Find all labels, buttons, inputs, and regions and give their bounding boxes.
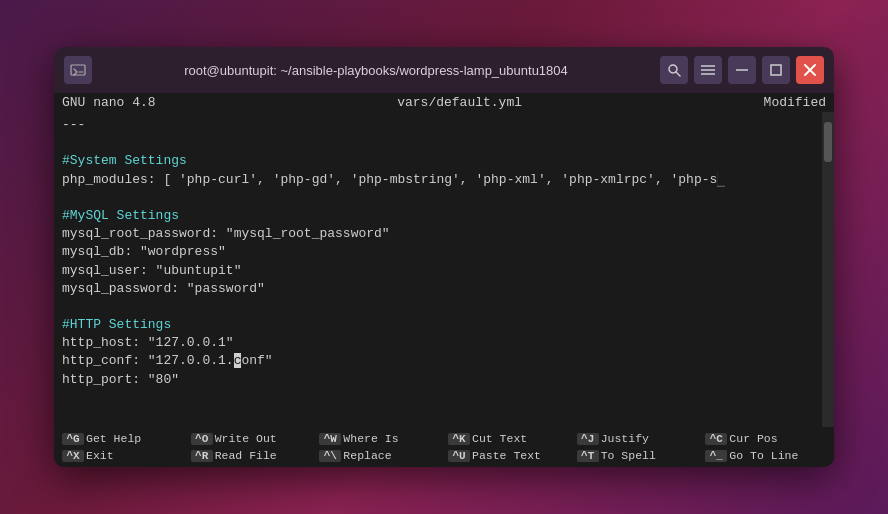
label-justify: Justify: [601, 432, 649, 445]
terminal-window: root@ubuntupit: ~/ansible-playbooks/word…: [54, 47, 834, 467]
line-http-port: http_port: "80": [62, 371, 814, 389]
line-system-comment: #System Settings: [62, 152, 814, 170]
close-button[interactable]: [796, 56, 824, 84]
footer-item-cuttext[interactable]: ^K Cut Text: [444, 430, 573, 447]
line-empty-3: [62, 298, 814, 316]
footer-item-readfile[interactable]: ^R Read File: [187, 447, 316, 464]
key-justify: ^J: [577, 433, 599, 445]
key-gethelp: ^G: [62, 433, 84, 445]
line-mysql-pass: mysql_password: "password": [62, 280, 814, 298]
line-empty-1: [62, 134, 814, 152]
footer-item-justify[interactable]: ^J Justify: [573, 430, 702, 447]
label-whereis: Where Is: [343, 432, 398, 445]
label-gethelp: Get Help: [86, 432, 141, 445]
footer-item-exit[interactable]: ^X Exit: [58, 447, 187, 464]
editor-area[interactable]: --- #System Settings php_modules: [ 'php…: [54, 112, 834, 427]
key-gotoline: ^_: [705, 450, 727, 462]
footer-item-whereis[interactable]: ^W Where Is: [315, 430, 444, 447]
label-exit: Exit: [86, 449, 114, 462]
line-mysql-comment: #MySQL Settings: [62, 207, 814, 225]
search-button[interactable]: [660, 56, 688, 84]
label-cuttext: Cut Text: [472, 432, 527, 445]
svg-rect-0: [71, 65, 85, 75]
key-whereis: ^W: [319, 433, 341, 445]
nano-app-name: GNU nano 4.8: [62, 95, 156, 110]
title-bar-left: [64, 56, 92, 84]
minimize-button[interactable]: [728, 56, 756, 84]
line-1: ---: [62, 116, 814, 134]
line-http-comment: #HTTP Settings: [62, 316, 814, 334]
scrollbar-thumb[interactable]: [824, 122, 832, 162]
label-pastetext: Paste Text: [472, 449, 541, 462]
svg-rect-8: [771, 65, 781, 75]
line-mysql-user: mysql_user: "ubuntupit": [62, 262, 814, 280]
label-tospell: To Spell: [601, 449, 656, 462]
window-title: root@ubuntupit: ~/ansible-playbooks/word…: [100, 63, 652, 78]
label-readfile: Read File: [215, 449, 277, 462]
line-empty-2: [62, 189, 814, 207]
label-writeout: Write Out: [215, 432, 277, 445]
nano-content: GNU nano 4.8 vars/default.yml Modified -…: [54, 93, 834, 467]
key-exit: ^X: [62, 450, 84, 462]
key-writeout: ^O: [191, 433, 213, 445]
footer-item-writeout[interactable]: ^O Write Out: [187, 430, 316, 447]
line-php-modules: php_modules: [ 'php-curl', 'php-gd', 'ph…: [62, 171, 814, 189]
key-curpos: ^C: [705, 433, 727, 445]
title-bar-right: [660, 56, 824, 84]
key-pastetext: ^U: [448, 450, 470, 462]
footer-item-gotoline[interactable]: ^_ Go To Line: [701, 447, 830, 464]
menu-button[interactable]: [694, 56, 722, 84]
svg-line-3: [676, 72, 680, 76]
label-gotoline: Go To Line: [729, 449, 798, 462]
title-bar: root@ubuntupit: ~/ansible-playbooks/word…: [54, 47, 834, 93]
label-replace: Replace: [343, 449, 391, 462]
nano-header: GNU nano 4.8 vars/default.yml Modified: [54, 93, 834, 112]
key-replace: ^\: [319, 450, 341, 462]
key-tospell: ^T: [577, 450, 599, 462]
scrollbar-track[interactable]: [822, 112, 834, 427]
nano-filename: vars/default.yml: [397, 95, 522, 110]
footer-item-pastetext[interactable]: ^U Paste Text: [444, 447, 573, 464]
key-cuttext: ^K: [448, 433, 470, 445]
footer-item-replace[interactable]: ^\ Replace: [315, 447, 444, 464]
line-mysql-root: mysql_root_password: "mysql_root_passwor…: [62, 225, 814, 243]
line-http-host: http_host: "127.0.0.1": [62, 334, 814, 352]
key-readfile: ^R: [191, 450, 213, 462]
label-curpos: Cur Pos: [729, 432, 777, 445]
terminal-icon: [64, 56, 92, 84]
maximize-button[interactable]: [762, 56, 790, 84]
editor-text[interactable]: --- #System Settings php_modules: [ 'php…: [54, 112, 822, 427]
footer-item-tospell[interactable]: ^T To Spell: [573, 447, 702, 464]
nano-footer: ^G Get Help ^O Write Out ^W Where Is ^K …: [54, 427, 834, 467]
footer-item-gethelp[interactable]: ^G Get Help: [58, 430, 187, 447]
line-mysql-db: mysql_db: "wordpress": [62, 243, 814, 261]
line-http-conf: http_conf: "127.0.0.1.conf": [62, 352, 814, 370]
footer-item-curpos[interactable]: ^C Cur Pos: [701, 430, 830, 447]
nano-status: Modified: [764, 95, 826, 110]
